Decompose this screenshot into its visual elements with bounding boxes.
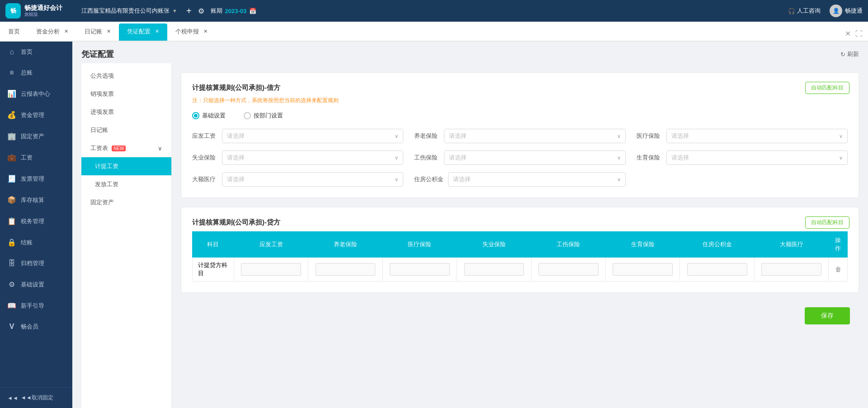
- add-button[interactable]: +: [186, 6, 192, 16]
- page-title: 凭证配置: [81, 49, 114, 60]
- tab-fund[interactable]: 资金分析 ✕: [28, 23, 76, 41]
- sub-sidebar: 公共选项 销项发票 进项发票 日记账 工资表 NEW ∨: [81, 63, 172, 408]
- cell-medical-input[interactable]: [390, 263, 450, 276]
- radio-by-dept[interactable]: 按部门设置: [244, 112, 283, 120]
- calendar-icon[interactable]: 📅: [249, 8, 256, 14]
- cell-pension: [308, 258, 382, 281]
- cell-maternity-input[interactable]: [613, 263, 673, 276]
- sidebar-item-settings[interactable]: ⚙ 基础设置: [0, 274, 72, 295]
- sidebar-item-stock[interactable]: 📦 库存核算: [0, 189, 72, 211]
- top-bar: 畅 畅捷通好会计 旗舰版 江西服宝精品有限责任公司内账张 ▼ + ⚙ 账期 20…: [0, 0, 868, 22]
- sidebar-item-close[interactable]: 🔒 结账: [0, 232, 72, 253]
- unemployment-select[interactable]: 请选择 ∨: [222, 150, 403, 165]
- debit-section: 自动匹配科目 计提核算规则(公司承担)-借方 注：只能选择一种方式，系统将按照您…: [181, 72, 859, 198]
- sidebar-item-label: 新手引导: [21, 302, 44, 310]
- housing-fund-select[interactable]: 请选择 ∨: [448, 172, 625, 187]
- unemployment-label: 失业保险: [192, 154, 217, 162]
- sidebar-item-salary[interactable]: 💼 工资: [0, 147, 72, 168]
- tab-bar-right: ✕ ⛶: [840, 29, 868, 41]
- cell-big-medical-input[interactable]: [761, 263, 821, 276]
- auto-match-debit-button[interactable]: 自动匹配科目: [805, 82, 849, 94]
- cell-unemployment-input[interactable]: [464, 263, 524, 276]
- work-injury-label: 工伤保险: [414, 154, 439, 162]
- refresh-button[interactable]: ↻ 刷新: [840, 50, 859, 58]
- settings-button[interactable]: ⚙: [198, 7, 204, 15]
- salary-select[interactable]: 请选择 ∨: [222, 129, 403, 143]
- radio-group: 基础设置 按部门设置: [192, 112, 848, 120]
- period-value: 2023-03: [225, 8, 247, 14]
- sub-sidebar-journal[interactable]: 日记账: [81, 121, 171, 139]
- sidebar-item-archive[interactable]: 🗄 归档管理: [0, 253, 72, 274]
- period-label: 账期: [211, 7, 222, 15]
- sub-sidebar-salary-calc-label: 计提工资: [95, 162, 118, 170]
- sidebar-item-label: 总账: [21, 69, 33, 77]
- tab-journal-label: 日记账: [85, 28, 102, 36]
- sidebar-item-tax[interactable]: 📋 税务管理: [0, 211, 72, 232]
- cell-work-injury-input[interactable]: [538, 263, 599, 276]
- report-icon: 📊: [7, 89, 16, 98]
- chevron-down-icon: ∨: [158, 145, 162, 152]
- work-injury-select[interactable]: 请选择 ∨: [444, 150, 625, 165]
- tab-bar: 首页 资金分析 ✕ 日记账 ✕ 凭证配置 ✕ 个税申报 ✕ ✕ ⛶: [0, 22, 868, 42]
- sidebar-item-vip[interactable]: V 畅会员: [0, 316, 72, 337]
- save-button[interactable]: 保存: [805, 307, 850, 324]
- company-selector[interactable]: 江西服宝精品有限责任公司内账张 ▼: [81, 7, 177, 15]
- sub-sidebar-sales[interactable]: 销项发票: [81, 85, 171, 103]
- cell-salary-input[interactable]: [241, 263, 301, 276]
- chevron-down-icon: ▼: [172, 8, 177, 14]
- radio-basic[interactable]: 基础设置: [192, 112, 226, 120]
- form-row-maternity: 生育保险 请选择 ∨: [637, 150, 848, 165]
- col-action: 操作: [829, 232, 848, 258]
- sub-sidebar-public[interactable]: 公共选项: [81, 67, 171, 85]
- unpin-label: ◄◄取消固定: [21, 394, 53, 402]
- tab-journal[interactable]: 日记账 ✕: [76, 23, 119, 41]
- user-area[interactable]: 👤 畅捷通: [830, 5, 863, 17]
- col-salary: 应发工资: [234, 232, 308, 258]
- guide-icon: 📖: [7, 301, 16, 310]
- sidebar-item-label: 工资: [21, 154, 33, 162]
- sidebar-item-guide[interactable]: 📖 新手引导: [0, 295, 72, 316]
- tab-voucher[interactable]: 凭证配置 ✕: [119, 23, 167, 41]
- sub-sidebar-purchase[interactable]: 进项发票: [81, 103, 171, 121]
- username: 畅捷通: [845, 7, 863, 15]
- big-medical-select[interactable]: 请选择 ∨: [222, 172, 403, 187]
- tab-tax[interactable]: 个税申报 ✕: [167, 23, 216, 41]
- sub-sidebar-fixed-asset[interactable]: 固定资产: [81, 193, 171, 211]
- tab-home[interactable]: 首页: [0, 23, 28, 41]
- form-row-pension: 养老保险 请选择 ∨: [414, 129, 625, 143]
- maternity-select[interactable]: 请选择 ∨: [666, 150, 848, 165]
- sidebar-item-home[interactable]: ⌂ 首页: [0, 42, 72, 62]
- sub-sidebar-salary-pay-label: 发放工资: [95, 180, 118, 188]
- sub-sidebar-salary-group[interactable]: 工资表 NEW ∨: [81, 139, 171, 157]
- sidebar-item-invoice[interactable]: 🧾 发票管理: [0, 168, 72, 189]
- app-name: 畅捷通好会计: [24, 4, 62, 12]
- sidebar-item-report[interactable]: 📊 云报表中心: [0, 83, 72, 104]
- sub-sidebar-salary-calc[interactable]: 计提工资: [81, 157, 171, 175]
- chevron-down-icon: ∨: [617, 155, 621, 161]
- service-button[interactable]: 🎧 人工咨询: [788, 7, 821, 15]
- sidebar-item-fund[interactable]: 💰 资金管理: [0, 104, 72, 126]
- medical-select[interactable]: 请选择 ∨: [666, 129, 848, 143]
- sidebar-item-asset[interactable]: 🏢 固定资产: [0, 126, 72, 147]
- chevron-down-icon: ∨: [617, 133, 621, 139]
- delete-icon[interactable]: 🗑: [835, 266, 841, 273]
- fund-icon: 💰: [7, 111, 16, 119]
- headset-icon: 🎧: [788, 8, 795, 14]
- cell-housing-fund-input[interactable]: [687, 263, 747, 276]
- sub-sidebar-salary-pay[interactable]: 发放工资: [81, 175, 171, 193]
- col-medical: 医疗保险: [382, 232, 457, 258]
- expand-icon[interactable]: ⛶: [855, 30, 863, 38]
- save-bar: 保存: [181, 302, 859, 330]
- cell-pension-input[interactable]: [316, 263, 376, 276]
- sidebar-unpin[interactable]: ◄◄ ◄◄取消固定: [0, 387, 72, 408]
- close-icon[interactable]: ✕: [64, 28, 68, 34]
- close-window-icon[interactable]: ✕: [845, 29, 851, 38]
- pension-select[interactable]: 请选择 ∨: [444, 129, 625, 143]
- main-content: 自动匹配科目 计提核算规则(公司承担)-借方 注：只能选择一种方式，系统将按照您…: [172, 63, 868, 408]
- close-icon[interactable]: ✕: [203, 28, 208, 34]
- maternity-label: 生育保险: [637, 154, 662, 162]
- close-icon[interactable]: ✕: [155, 28, 159, 34]
- sidebar-item-ledger[interactable]: ≡ 总账: [0, 62, 72, 83]
- auto-match-credit-button[interactable]: 自动匹配科目: [805, 216, 849, 229]
- close-icon[interactable]: ✕: [107, 28, 111, 34]
